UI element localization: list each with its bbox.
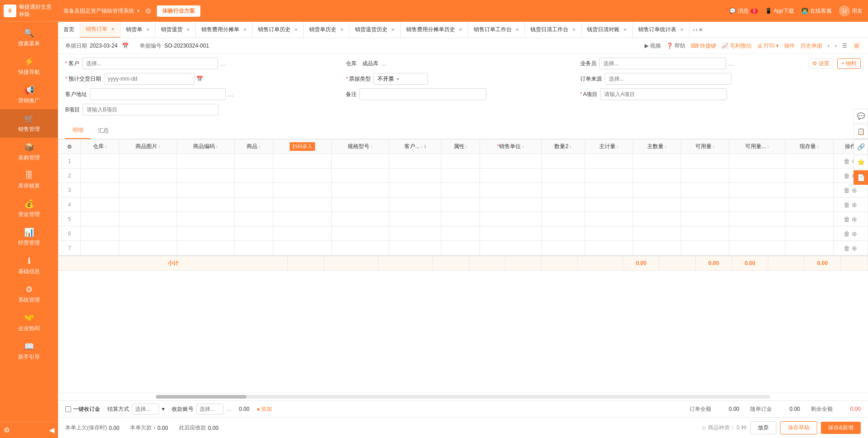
customer-ellipsis[interactable]: … <box>220 60 226 67</box>
nav-next-icon[interactable]: › <box>835 43 837 49</box>
tab-close-icon[interactable]: ✕ <box>623 27 627 32</box>
a-project-input[interactable] <box>600 88 727 100</box>
tab-close-icon[interactable]: ✕ <box>391 27 395 32</box>
sidebar-item-system[interactable]: ⚙ 系统管理 <box>0 280 58 308</box>
tab-expense-split[interactable]: 销售费用分摊单 ✕ <box>196 22 252 38</box>
tab-order-history[interactable]: 销售订单历史 ✕ <box>252 22 304 38</box>
th-stock[interactable]: 现存量↕ <box>785 140 833 154</box>
copy-icon[interactable]: ⊕ <box>852 201 857 208</box>
delivery-calendar-icon[interactable]: 📅 <box>196 76 203 82</box>
settings-btn[interactable]: ⚙ 设置 <box>808 58 834 69</box>
delete-icon[interactable]: 🗑 <box>844 158 850 165</box>
tab-close-icon[interactable]: ✕ <box>572 27 576 32</box>
sidebar-item-guide[interactable]: 📖 新手引导 <box>0 337 58 366</box>
one-click-check[interactable] <box>65 406 71 412</box>
delete-icon[interactable]: 🗑 <box>844 172 850 179</box>
message-item[interactable]: 💬 消息 9 <box>729 7 758 15</box>
right-btn-clipboard[interactable]: 📋 <box>853 124 868 139</box>
history-btn[interactable]: 历史单据 <box>800 42 822 50</box>
tab-nav[interactable]: ‹ › ✕ <box>689 27 707 33</box>
customer-input[interactable] <box>82 58 218 69</box>
print-btn[interactable]: 🖨 打印 ▾ <box>757 42 779 50</box>
view-btn[interactable]: ▶ 视频 <box>645 42 661 50</box>
copy-icon[interactable]: ⊕ <box>852 245 857 252</box>
account-input[interactable] <box>196 404 223 414</box>
th-product[interactable]: 商品↕ <box>234 140 273 154</box>
b-project-input[interactable] <box>82 104 218 116</box>
th-available2[interactable]: 可用量...↕ <box>729 140 786 154</box>
delete-icon[interactable]: 🗑 <box>844 201 850 208</box>
topbar-gear-icon[interactable]: ⚙ <box>145 7 151 15</box>
delete-icon[interactable]: 🗑 <box>844 187 850 194</box>
tab-close-icon[interactable]: ✕ <box>243 27 247 32</box>
help-btn[interactable]: ❓ 帮助 <box>666 42 685 50</box>
address-ellipsis[interactable]: … <box>228 91 234 98</box>
collapse-icon[interactable]: ◀ <box>49 426 54 434</box>
sidebar-item-operations[interactable]: 📊 经营管理 <box>0 223 58 251</box>
user-item[interactable]: U 用友 <box>839 5 863 16</box>
copy-icon[interactable]: ⊕ <box>852 216 857 223</box>
th-image[interactable]: 商品图片↕ <box>119 140 177 154</box>
order-source-input[interactable] <box>605 73 732 85</box>
list-view-icon[interactable]: ☰ <box>842 43 847 49</box>
right-btn-star[interactable]: ⭐ <box>853 155 868 169</box>
staff-input[interactable] <box>599 58 726 69</box>
tab-sales-invoice[interactable]: 销货单 ✕ <box>121 22 155 38</box>
right-btn-link[interactable]: 🔗 <box>853 140 868 154</box>
save-new-button[interactable]: 保存&新增 <box>821 422 861 434</box>
save-draft-button[interactable]: 保存草稿 <box>780 421 817 434</box>
th-attr[interactable]: 属性↕ <box>441 140 480 154</box>
th-customer-code[interactable]: 客户...↕ ℹ <box>389 140 441 154</box>
sidebar-item-cooperation[interactable]: 🤝 企业协同 <box>0 308 58 337</box>
sidebar-item-sales[interactable]: 🛒 销售管理 <box>0 109 58 138</box>
tab-home[interactable]: 首页 <box>58 22 80 38</box>
sidebar-item-finance[interactable]: 💰 资金管理 <box>0 194 58 223</box>
tab-close-icon[interactable]: ✕ <box>294 27 298 32</box>
tab-cash-reconcile[interactable]: 钱货日清对账 ✕ <box>582 22 633 38</box>
tab-close-icon[interactable]: ✕ <box>186 27 190 32</box>
copy-icon[interactable]: ⊕ <box>852 230 857 237</box>
detail-tab-summary[interactable]: 汇总 <box>91 123 116 139</box>
tab-close-icon[interactable]: ✕ <box>680 27 684 32</box>
tab-cash-workbench[interactable]: 钱货日清工作台 ✕ <box>525 22 582 38</box>
scan-button[interactable]: 扫码录入 <box>290 142 315 151</box>
address-input[interactable] <box>90 88 226 100</box>
delete-icon[interactable]: 🗑 <box>844 245 850 252</box>
tab-close-icon[interactable]: ✕ <box>459 27 462 32</box>
th-warehouse[interactable]: 仓库↕ <box>81 140 119 154</box>
solution-button[interactable]: 体验行业方案 <box>157 5 200 17</box>
th-available[interactable]: 可用量↕ <box>681 140 729 154</box>
operation-btn[interactable]: 操作 <box>784 42 795 50</box>
tab-expense-history[interactable]: 销售费用分摊单历史 ✕ <box>401 22 468 38</box>
calendar-icon[interactable]: 📅 <box>122 43 129 49</box>
delete-icon[interactable]: 🗑 <box>844 230 850 237</box>
payment-input[interactable] <box>132 404 159 414</box>
discard-button[interactable]: 放弃 <box>750 421 776 434</box>
tab-sales-return[interactable]: 销货退货 ✕ <box>155 22 196 38</box>
detail-tab-detail[interactable]: 明细 <box>65 123 91 139</box>
delivery-input[interactable] <box>104 73 194 85</box>
app-download-item[interactable]: 📱 App下载 <box>765 7 794 15</box>
online-service-item[interactable]: 👨‍💻 在线客服 <box>801 7 832 15</box>
one-click-checkbox[interactable]: 一键收订金 <box>65 405 100 413</box>
th-main-unit[interactable]: 主计量↕ <box>585 140 633 154</box>
sidebar-item-purchase[interactable]: 📦 采购管理 <box>0 138 58 166</box>
warehouse-ellipsis[interactable]: … <box>380 60 387 67</box>
right-btn-chat[interactable]: 💬 <box>853 109 868 123</box>
add-payment-btn[interactable]: ● 添加 <box>257 405 272 413</box>
profit-btn[interactable]: 📈 毛利预估 <box>722 42 752 50</box>
th-qty2[interactable]: 数量2↕ <box>541 140 585 154</box>
remark-input[interactable] <box>359 88 486 100</box>
sidebar-item-marketing[interactable]: 📢 营销推广 <box>0 81 58 109</box>
sidebar-item-quick[interactable]: ⚡ 快捷导航 <box>0 52 58 81</box>
tab-more-icon[interactable]: ✕ <box>698 27 703 33</box>
right-btn-doc[interactable]: 📄 <box>853 170 868 185</box>
th-code[interactable]: 商品编码↕ <box>177 140 234 154</box>
form-view-icon[interactable]: ⊞ <box>853 42 861 50</box>
tab-close-icon[interactable]: ✕ <box>111 27 115 32</box>
tab-close-icon[interactable]: ✕ <box>146 27 150 32</box>
shortcut-btn[interactable]: ⌨ 快捷键 <box>691 42 716 50</box>
tab-order-stats[interactable]: 销售订单统计表 ✕ <box>633 22 689 38</box>
th-main-qty[interactable]: 主数量↕ <box>633 140 681 154</box>
copy-icon[interactable]: ⊕ <box>852 187 857 194</box>
